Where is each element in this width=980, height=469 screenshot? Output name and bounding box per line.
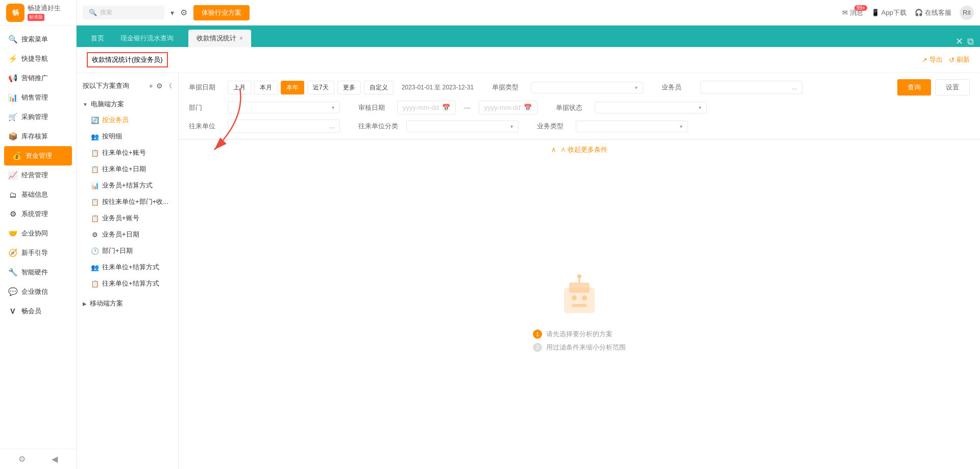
scheme-item-salesperson-settle[interactable]: 📊 业务员+结算方式 bbox=[77, 177, 178, 194]
counterpart-select[interactable]: ... bbox=[228, 120, 340, 133]
tab-bar: 首页 现金银行流水查询 × 收款情况统计 × ✕ ⧉ bbox=[77, 26, 980, 47]
sidebar-item-purchase[interactable]: 🛒 采购管理 bbox=[0, 107, 76, 127]
calendar-end-icon: 📅 bbox=[524, 104, 532, 111]
calendar-icon: 📅 bbox=[442, 104, 450, 111]
collapse-bar[interactable]: ∧ ∧ 收起更多条件 bbox=[179, 139, 980, 159]
topbar-gear-icon[interactable]: ⚙ bbox=[180, 8, 187, 17]
sidebar-item-vip[interactable]: V 畅会员 bbox=[0, 301, 76, 321]
page-actions: ↗ 导出 ↺ 刷新 bbox=[922, 55, 970, 64]
main-area: 🔍 搜索 ▾ ⚙ 体验行业方案 ✉ 消息 99+ 📱 App下载 🎧 在线客服 … bbox=[77, 0, 980, 469]
scheme-item-by-detail[interactable]: 👥 按明细 bbox=[77, 128, 178, 145]
query-btn[interactable]: 查询 bbox=[897, 79, 931, 96]
review-date-start[interactable]: yyyy-mm-dd 📅 bbox=[397, 101, 456, 114]
refresh-btn[interactable]: ↺ 刷新 bbox=[949, 55, 970, 64]
salesperson-select[interactable]: ... bbox=[700, 81, 802, 94]
sidebar-settings-btn[interactable]: ⚙ bbox=[18, 454, 26, 464]
sidebar-item-smart-hw[interactable]: 🔧 智能硬件 bbox=[0, 263, 76, 282]
sidebar-item-guide[interactable]: 🧭 新手引导 bbox=[0, 243, 76, 263]
sidebar-item-wechat[interactable]: 💬 企业微信 bbox=[0, 282, 76, 301]
dept-select[interactable]: ▾ bbox=[228, 102, 340, 113]
inventory-icon: 📦 bbox=[8, 132, 17, 141]
empty-step-2: 2 用过滤条件来缩小分析范围 bbox=[533, 343, 626, 352]
window-maximize-btn[interactable]: ⧉ bbox=[967, 36, 974, 47]
sidebar-item-quick-nav[interactable]: ⚡ 快捷导航 bbox=[0, 49, 76, 68]
salesperson-date-icon: ⚙ bbox=[91, 230, 99, 239]
scheme-desktop-header[interactable]: ▼ 电脑端方案 bbox=[77, 97, 178, 112]
sidebar-item-marketing[interactable]: 📢 营销推广 bbox=[0, 68, 76, 88]
empty-step-1: 1 请先选择要分析的方案 bbox=[533, 330, 626, 339]
tab-bank-flow-close[interactable]: × bbox=[177, 35, 180, 42]
scheme-item-counterpart-settle1[interactable]: 👥 往来单位+结算方式 bbox=[77, 259, 178, 275]
sidebar-item-enterprise[interactable]: 🤝 企业协同 bbox=[0, 224, 76, 243]
sidebar-item-sales[interactable]: 📊 销售管理 bbox=[0, 88, 76, 107]
filter-actions: 查询 设置 bbox=[897, 79, 970, 96]
tab-bank-flow[interactable]: 现金银行流水查询 × bbox=[112, 30, 188, 47]
capital-icon: 💰 bbox=[12, 151, 21, 160]
date-btn-this-year[interactable]: 本年 bbox=[281, 81, 304, 95]
counterpart-label: 往来单位 bbox=[189, 122, 219, 131]
scheme-collapse-btn[interactable]: 《 bbox=[166, 82, 172, 90]
scheme-item-dept-date[interactable]: 🕐 部门+日期 bbox=[77, 243, 178, 259]
doc-type-arrow-icon: ▾ bbox=[635, 85, 638, 90]
scheme-item-counterpart-dept[interactable]: 📋 按往来单位+部门+收... bbox=[77, 194, 178, 210]
empty-steps-list: 1 请先选择要分析的方案 2 用过滤条件来缩小分析范围 bbox=[533, 330, 626, 356]
tab-collect-stats-close[interactable]: × bbox=[239, 35, 243, 42]
counterpart-more-icon[interactable]: ... bbox=[329, 123, 334, 130]
counterpart-category-select[interactable]: ▾ bbox=[406, 121, 519, 132]
online-service-btn[interactable]: 🎧 在线客服 bbox=[915, 8, 951, 17]
page-header: 收款情况统计(按业务员) ↗ 导出 ↺ 刷新 bbox=[77, 47, 980, 73]
scheme-item-counterpart-date[interactable]: 📋 往来单位+日期 bbox=[77, 161, 178, 177]
sidebar-item-inventory[interactable]: 📦 库存核算 bbox=[0, 127, 76, 146]
business-type-label: 业务类型 bbox=[537, 122, 568, 131]
sidebar-collapse-btn[interactable]: ◀ bbox=[52, 454, 58, 464]
scheme-mobile-header[interactable]: ▶ 移动端方案 bbox=[77, 296, 178, 311]
scheme-item-counterpart-account[interactable]: 📋 往来单位+账号 bbox=[77, 145, 178, 161]
messages-btn[interactable]: ✉ 消息 99+ bbox=[842, 8, 863, 17]
date-btn-this-month[interactable]: 本月 bbox=[254, 81, 278, 95]
salesperson-label: 业务员 bbox=[662, 83, 692, 92]
export-icon: ↗ bbox=[922, 56, 927, 64]
doc-type-select[interactable]: ▾ bbox=[531, 82, 643, 93]
settings-btn[interactable]: 设置 bbox=[935, 79, 970, 96]
scheme-header-icons: + ⚙ 《 bbox=[149, 82, 172, 90]
sidebar-item-search[interactable]: 🔍 搜索菜单 bbox=[0, 30, 76, 49]
topbar-search[interactable]: 🔍 搜索 bbox=[83, 6, 164, 19]
export-btn[interactable]: ↗ 导出 bbox=[922, 55, 943, 64]
date-btn-7days[interactable]: 近7天 bbox=[307, 81, 334, 95]
purchase-icon: 🛒 bbox=[8, 112, 17, 122]
filter-row-2: 部门 ▾ 审核日期 yyyy-mm-dd 📅 — yyyy-mm-dd 📅 bbox=[189, 101, 970, 114]
search-icon: 🔍 bbox=[89, 9, 97, 16]
page-title: 收款情况统计(按业务员) bbox=[87, 52, 168, 67]
date-btn-last-month[interactable]: 上月 bbox=[228, 81, 251, 95]
sidebar-item-system[interactable]: ⚙ 系统管理 bbox=[0, 204, 76, 224]
tab-collect-stats[interactable]: 收款情况统计 × bbox=[188, 30, 251, 47]
date-btn-custom[interactable]: 自定义 bbox=[364, 81, 394, 95]
business-type-select[interactable]: ▾ bbox=[576, 121, 688, 132]
review-date-end[interactable]: yyyy-mm-dd 📅 bbox=[479, 101, 537, 114]
doc-status-select[interactable]: ▾ bbox=[595, 102, 707, 113]
topbar: 🔍 搜索 ▾ ⚙ 体验行业方案 ✉ 消息 99+ 📱 App下载 🎧 在线客服 … bbox=[77, 0, 980, 26]
sidebar-item-basic-info[interactable]: 🗂 基础信息 bbox=[0, 185, 76, 204]
search-nav-icon: 🔍 bbox=[8, 35, 17, 44]
scheme-settings-btn[interactable]: ⚙ bbox=[156, 82, 163, 90]
scheme-item-salesperson-date[interactable]: ⚙ 业务员+日期 bbox=[77, 226, 178, 243]
scheme-add-btn[interactable]: + bbox=[149, 82, 153, 90]
counterpart-category-label: 往来单位分类 bbox=[358, 122, 398, 131]
topbar-dropdown-icon[interactable]: ▾ bbox=[170, 9, 174, 17]
sidebar-item-operation[interactable]: 📈 经营管理 bbox=[0, 166, 76, 185]
trial-btn[interactable]: 体验行业方案 bbox=[193, 5, 250, 20]
scheme-item-salesperson-account[interactable]: 📋 业务员+账号 bbox=[77, 210, 178, 226]
tab-home[interactable]: 首页 bbox=[83, 30, 112, 47]
window-close-btn[interactable]: ✕ bbox=[955, 36, 963, 47]
salesperson-more-icon[interactable]: ... bbox=[792, 84, 797, 91]
sidebar-item-capital[interactable]: 💰 资金管理 bbox=[4, 146, 72, 166]
app-download-btn[interactable]: 📱 App下载 bbox=[871, 8, 906, 17]
date-label: 单据日期 bbox=[189, 83, 219, 92]
user-avatar[interactable]: Rit bbox=[960, 6, 974, 20]
scheme-item-by-salesperson[interactable]: 🔄 按业务员 bbox=[77, 112, 178, 128]
scheme-item-counterpart-settle2[interactable]: 📋 往来单位+结算方式 bbox=[77, 275, 178, 292]
service-icon: 🎧 bbox=[915, 9, 923, 16]
filter-area: 单据日期 上月 本月 本年 近7天 更多 自定义 2023-01-01 至 20… bbox=[179, 73, 980, 139]
date-btn-more[interactable]: 更多 bbox=[337, 81, 361, 95]
svg-point-3 bbox=[582, 295, 587, 300]
